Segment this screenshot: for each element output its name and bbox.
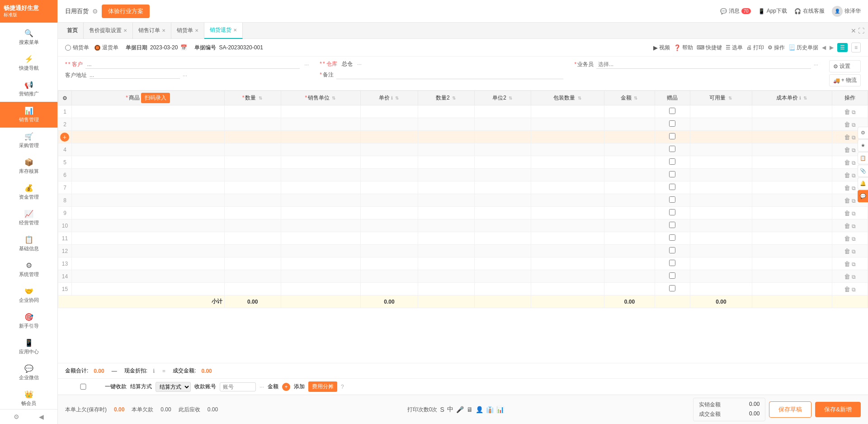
print-btn[interactable]: 🖨 打印 [746, 44, 764, 52]
cell-amount-8[interactable] [604, 194, 655, 207]
cell-available-13[interactable] [690, 257, 752, 270]
cell-available-9[interactable] [690, 207, 752, 219]
taskbar-chart-icon[interactable]: 📊 [496, 406, 504, 413]
add-row-btn[interactable]: + [60, 133, 69, 142]
save-new-btn[interactable]: 保存&新增 [815, 402, 861, 417]
tab-close-4[interactable]: ✕ [233, 28, 237, 33]
unit-sort-icon[interactable]: ⇅ [332, 95, 335, 100]
tab-0[interactable]: 首页 [61, 23, 84, 39]
sidebar-item-销售管理[interactable]: 📊 销售管理 [0, 102, 57, 128]
customer-input[interactable] [85, 60, 300, 69]
address-input[interactable] [90, 72, 180, 79]
cell-unit2-15[interactable] [475, 283, 531, 295]
cell-available-1[interactable] [690, 105, 752, 118]
cell-cost-6[interactable] [752, 169, 832, 181]
return-radio[interactable] [94, 45, 100, 51]
calendar-icon[interactable]: 📅 [180, 44, 187, 51]
cell-qty2-7[interactable] [418, 181, 474, 194]
cell-pack-11[interactable] [531, 232, 604, 245]
cell-price-2[interactable] [361, 118, 418, 131]
float-btn-3[interactable]: 📋 [858, 152, 868, 164]
cell-price-11[interactable] [361, 232, 418, 245]
gift-cb-1[interactable] [669, 108, 675, 114]
sidebar-item-资金管理[interactable]: 💰 资金管理 [0, 179, 57, 205]
copy-btn-10[interactable]: ⧉ [852, 223, 856, 229]
pack-sort-icon[interactable]: ⇅ [578, 95, 581, 100]
gift-cb-11[interactable] [669, 234, 675, 241]
float-btn-5[interactable]: 🔔 [858, 177, 868, 190]
copy-btn-5[interactable]: ⧉ [852, 160, 856, 166]
product-input-11[interactable] [74, 235, 222, 242]
product-input-7[interactable] [74, 185, 222, 191]
settlement-select[interactable]: 结算方式 [156, 382, 191, 392]
tabs-expand-btn[interactable]: ⛶ [858, 27, 864, 34]
cell-amount-7[interactable] [604, 181, 655, 194]
product-input-4[interactable] [74, 147, 222, 153]
cell-gift-5[interactable] [655, 156, 690, 169]
cell-available-14[interactable] [690, 270, 752, 283]
tab-3[interactable]: 销货单✕ [171, 23, 204, 39]
float-btn-4[interactable]: 📎 [858, 165, 868, 177]
cell-qty2-14[interactable] [418, 270, 474, 283]
cell-qty-11[interactable] [224, 232, 281, 245]
cell-unit2-6[interactable] [475, 169, 531, 181]
delete-btn-3[interactable]: 🗑 [844, 133, 850, 141]
cell-unit2-7[interactable] [475, 181, 531, 194]
cell-qty-6[interactable] [224, 169, 281, 181]
product-input-10[interactable] [74, 223, 222, 229]
tab-4[interactable]: 销货退货✕ [204, 23, 243, 39]
cell-price-9[interactable] [361, 207, 418, 219]
cell-unit-3[interactable] [281, 131, 360, 143]
cell-qty-8[interactable] [224, 194, 281, 207]
gift-cb-15[interactable] [669, 285, 675, 291]
cell-cost-7[interactable] [752, 181, 832, 194]
cell-unit2-13[interactable] [475, 257, 531, 270]
cell-pack-8[interactable] [531, 194, 604, 207]
copy-btn-2[interactable]: ⧉ [852, 122, 856, 128]
message-btn[interactable]: 💬 消息 70 [720, 7, 751, 15]
cell-price-3[interactable] [361, 131, 418, 143]
cell-product-7[interactable] [72, 181, 225, 194]
cell-qty2-8[interactable] [418, 194, 474, 207]
cell-product-11[interactable] [72, 232, 225, 245]
copy-btn-1[interactable]: ⧉ [852, 109, 856, 115]
gift-cb-4[interactable] [669, 146, 675, 152]
cell-unit-2[interactable] [281, 118, 360, 131]
cell-gift-2[interactable] [655, 118, 690, 131]
cell-price-13[interactable] [361, 257, 418, 270]
delete-btn-2[interactable]: 🗑 [844, 121, 850, 128]
product-input-3[interactable] [74, 134, 222, 140]
gift-cb-9[interactable] [669, 209, 675, 215]
copy-btn-3[interactable]: ⧉ [852, 134, 856, 141]
discount-info-icon[interactable]: ℹ [153, 368, 155, 374]
gift-cb-12[interactable] [669, 247, 675, 253]
float-btn-1[interactable]: ⚙ [858, 127, 868, 139]
cell-unit2-14[interactable] [475, 270, 531, 283]
cell-cost-4[interactable] [752, 143, 832, 156]
next-record-btn[interactable]: ▶ [830, 44, 834, 51]
copy-btn-13[interactable]: ⧉ [852, 261, 856, 267]
cell-gift-6[interactable] [655, 169, 690, 181]
cell-gift-10[interactable] [655, 219, 690, 232]
sidebar-item-新手引导[interactable]: 🎯 新手引导 [0, 308, 57, 334]
sidebar-item-系统管理[interactable]: ⚙ 系统管理 [0, 257, 57, 282]
cell-available-3[interactable] [690, 131, 752, 143]
cell-pack-13[interactable] [531, 257, 604, 270]
expense-help-icon[interactable]: ? [341, 384, 344, 390]
cell-qty-9[interactable] [224, 207, 281, 219]
cell-available-11[interactable] [690, 232, 752, 245]
cell-qty-15[interactable] [224, 283, 281, 295]
scan-btn[interactable]: 扫码录入 [141, 93, 170, 103]
delete-btn-7[interactable]: 🗑 [844, 184, 850, 191]
logistics-btn[interactable]: 🚚 + 物流 [829, 74, 861, 86]
cell-cost-13[interactable] [752, 257, 832, 270]
cell-unit-1[interactable] [281, 105, 360, 118]
price-info-icon[interactable]: ℹ [391, 95, 393, 100]
cell-price-7[interactable] [361, 181, 418, 194]
cell-amount-3[interactable] [604, 131, 655, 143]
gift-cb-10[interactable] [669, 222, 675, 228]
cell-qty-4[interactable] [224, 143, 281, 156]
cell-pack-15[interactable] [531, 283, 604, 295]
cell-available-6[interactable] [690, 169, 752, 181]
add-payment-btn[interactable]: + [282, 383, 290, 391]
